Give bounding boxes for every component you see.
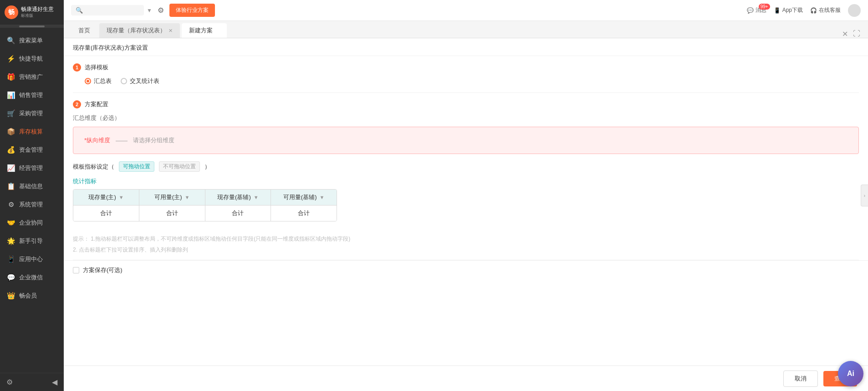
user-avatar[interactable]	[848, 4, 861, 17]
operations-icon: 📈	[6, 164, 15, 173]
expand-window-btn[interactable]: ⛶	[853, 30, 861, 38]
message-icon: 💬	[747, 7, 754, 14]
topbar-right: 💬 消息 99+ 📱 App下载 🎧 在线客服	[747, 4, 861, 17]
stats-section-title: 统计指标	[73, 177, 859, 185]
sidebar-item-sales[interactable]: 📊 销售管理	[0, 86, 64, 104]
draggable-tag: 可拖动位置	[119, 161, 154, 172]
sidebar-item-operations[interactable]: 📈 经营管理	[0, 159, 64, 177]
main-area: 🔍 ▼ ⚙ 体验行业方案 💬 消息 99+ 📱 App下载 🎧 在线客服	[64, 0, 868, 391]
inventory-icon: 📦	[6, 127, 15, 136]
sidebar-item-app-center[interactable]: 📱 应用中心	[0, 250, 64, 268]
sidebar-item-wechat[interactable]: 💬 企业微信	[0, 268, 64, 287]
sidebar-item-basic-info[interactable]: 📋 基础信息	[0, 177, 64, 196]
sidebar-item-finance[interactable]: 💰 资金管理	[0, 141, 64, 159]
stats-cell-0-3: 合计	[271, 206, 337, 221]
stats-cell-0-1: 合计	[139, 206, 205, 221]
radio-summary[interactable]: 汇总表	[85, 77, 112, 85]
tips-section: 提示： 1.拖动标题栏可以调整布局，不可跨维度或指标区域拖动任何目字段(只能在同…	[64, 229, 868, 260]
stats-table: 现存量(主) ▼ 可用量(主) ▼ 现存量(基辅) ▼ 可用量(基辅) ▼	[73, 189, 337, 221]
col-0-dropdown-icon[interactable]: ▼	[119, 195, 124, 200]
stats-cell-0-2: 合计	[205, 206, 271, 221]
tabbar: 首页 现存量（库存状况表） ✕ 新建方案 ✕ ✕ ⛶	[64, 21, 868, 38]
stats-cell-0-0: 合计	[73, 206, 139, 221]
sidebar-item-inventory[interactable]: 📦 库存核算	[0, 123, 64, 141]
sidebar: 畅 畅康通好生意 标准版 🔍 搜索菜单 ⚡ 快捷导航 🎁 营销推广 📊 销售管理…	[0, 0, 64, 391]
topbar-settings-icon[interactable]: ⚙	[158, 6, 164, 15]
sidebar-item-vip[interactable]: 👑 畅会员	[0, 287, 64, 305]
tab-inventory-close[interactable]: ✕	[168, 28, 173, 34]
tab-home[interactable]: 首页	[71, 23, 97, 38]
save-option-row: 方案保存(可选)	[64, 260, 868, 280]
stats-col-2[interactable]: 现存量(基辅) ▼	[205, 190, 271, 205]
indicator-settings-row: 模板指标设定（ 可拖动位置 不可拖动位置 ）	[73, 161, 859, 172]
tab-new-plan-close[interactable]: ✕	[215, 28, 220, 34]
step2-section: 2 方案配置 汇总维度（必选） *纵向维度 —— 请选择分组维度 模板指标设定（…	[64, 93, 868, 229]
app-download-btn[interactable]: 📱 App下载	[774, 6, 803, 14]
online-service-btn[interactable]: 🎧 在线客服	[810, 6, 841, 14]
col-2-dropdown-icon[interactable]: ▼	[254, 195, 259, 200]
app-name: 畅康通好生意 标准版	[21, 6, 54, 18]
sidebar-item-purchase[interactable]: 🛒 采购管理	[0, 104, 64, 123]
sidebar-footer: ⚙ ◀	[0, 373, 64, 391]
dimension-placeholder[interactable]: 请选择分组维度	[133, 136, 174, 144]
tab-inventory-status[interactable]: 现存量（库存状况表） ✕	[99, 23, 180, 38]
panel-header: 现存量(库存状况表)方案设置	[64, 38, 868, 56]
stats-table-header: 现存量(主) ▼ 可用量(主) ▼ 现存量(基辅) ▼ 可用量(基辅) ▼	[73, 190, 337, 205]
sidebar-item-system[interactable]: ⚙ 系统管理	[0, 196, 64, 214]
right-expand-handle[interactable]: ›	[861, 185, 868, 206]
stats-col-3[interactable]: 可用量(基辅) ▼	[271, 190, 337, 205]
sidebar-item-guide[interactable]: 🌟 新手引导	[0, 232, 64, 250]
finance-icon: 💰	[6, 145, 15, 154]
dimension-separator: ——	[116, 137, 128, 144]
purchase-icon: 🛒	[6, 109, 15, 118]
step2-title: 2 方案配置	[73, 100, 859, 108]
guide-icon: 🌟	[6, 237, 15, 246]
ai-fab-button[interactable]: Ai	[838, 361, 863, 386]
app-center-icon: 📱	[6, 255, 15, 264]
sidebar-item-search[interactable]: 🔍 搜索菜单	[0, 31, 64, 50]
message-btn[interactable]: 💬 消息 99+	[747, 6, 766, 14]
template-options: 汇总表 交叉统计表	[85, 77, 859, 85]
radio-cross[interactable]: 交叉统计表	[121, 77, 159, 85]
search-icon: 🔍	[6, 36, 15, 45]
vip-icon: 👑	[6, 291, 15, 300]
sidebar-logo: 畅 畅康通好生意 标准版	[0, 0, 64, 25]
wechat-icon: 💬	[6, 273, 15, 282]
system-icon: ⚙	[6, 200, 15, 209]
tab-new-plan[interactable]: 新建方案 ✕	[182, 23, 227, 38]
headset-icon: 🎧	[810, 7, 817, 14]
col-3-dropdown-icon[interactable]: ▼	[320, 195, 325, 200]
dimension-area: *纵向维度 —— 请选择分组维度	[73, 127, 859, 154]
settings-footer-icon[interactable]: ⚙	[6, 378, 13, 386]
col-1-dropdown-icon[interactable]: ▼	[185, 195, 190, 200]
shortcuts-icon: ⚡	[6, 54, 15, 63]
search-input[interactable]	[85, 7, 139, 14]
step1-num: 1	[73, 63, 81, 72]
topbar: 🔍 ▼ ⚙ 体验行业方案 💬 消息 99+ 📱 App下载 🎧 在线客服	[64, 0, 868, 21]
stats-col-0[interactable]: 现存量(主) ▼	[73, 190, 139, 205]
step1-title: 1 选择模板	[73, 63, 859, 72]
cancel-button[interactable]: 取消	[783, 370, 818, 387]
dimension-row: *纵向维度 —— 请选择分组维度	[84, 136, 848, 144]
sidebar-item-marketing[interactable]: 🎁 营销推广	[0, 68, 64, 86]
non-draggable-tag: 不可拖动位置	[159, 161, 200, 172]
trial-btn[interactable]: 体验行业方案	[169, 4, 215, 17]
close-window-btn[interactable]: ✕	[841, 30, 849, 38]
app-logo-icon: 畅	[5, 5, 18, 19]
radio-cross-circle	[121, 78, 127, 84]
search-dropdown-icon[interactable]: ▼	[147, 7, 152, 14]
sidebar-item-shortcuts[interactable]: ⚡ 快捷导航	[0, 50, 64, 68]
sidebar-nav: 🔍 搜索菜单 ⚡ 快捷导航 🎁 营销推广 📊 销售管理 🛒 采购管理 📦 库存核…	[0, 28, 64, 373]
collapse-icon[interactable]: ◀	[52, 378, 57, 386]
save-checkbox[interactable]	[73, 267, 79, 273]
sidebar-item-enterprise[interactable]: 🤝 企业协同	[0, 214, 64, 232]
content-area: 现存量(库存状况表)方案设置 1 选择模板 汇总表 交叉统计表	[64, 38, 868, 365]
marketing-icon: 🎁	[6, 72, 15, 82]
search-icon: 🔍	[76, 7, 83, 14]
stats-col-1[interactable]: 可用量(主) ▼	[139, 190, 205, 205]
stats-table-row-0: 合计 合计 合计 合计	[73, 205, 337, 221]
topbar-search-box[interactable]: 🔍	[71, 5, 144, 15]
phone-icon: 📱	[774, 7, 781, 14]
step1-section: 1 选择模板 汇总表 交叉统计表	[64, 56, 868, 93]
radio-summary-circle	[85, 78, 91, 84]
